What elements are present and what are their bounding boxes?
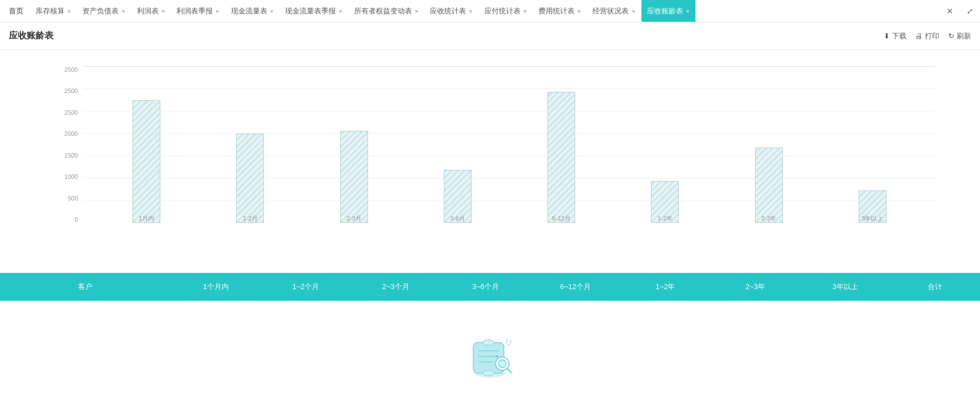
col-2-3year: 2~3年 [710, 282, 800, 292]
bar-1month [133, 100, 160, 223]
x-axis: 1月内 1-2月 2-3月 3-6月 6-12月 1-2年 2-3年 3年以上 [84, 214, 935, 223]
col-total: 合计 [890, 282, 980, 292]
close-operations-tab[interactable]: × [631, 8, 635, 14]
tab-expense-stat[interactable]: 费用统计表 × [533, 0, 587, 22]
tab-ar-aging[interactable]: 应收账龄表 × [641, 0, 695, 22]
close-ar-aging-tab[interactable]: × [686, 8, 689, 14]
empty-illustration [462, 331, 518, 382]
close-income-tab[interactable]: × [161, 8, 165, 14]
col-6-12month: 6~12个月 [531, 282, 620, 292]
col-2-3month: 2~3个月 [351, 282, 440, 292]
y-label-1000: 1000 [65, 174, 78, 180]
close-expense-stat-tab[interactable]: × [577, 8, 581, 14]
tab-inventory[interactable]: 库存核算 × [30, 0, 77, 22]
col-3-6month: 3~6个月 [440, 282, 530, 292]
table-body [0, 301, 980, 401]
tab-operations[interactable]: 经营状况表 × [587, 0, 641, 22]
y-axis: 0 500 1000 1500 2000 2500 2500 2500 [56, 67, 78, 223]
x-label-1-2month: 1-2月 [236, 214, 264, 223]
y-label-1500: 1500 [65, 153, 78, 159]
bar-1-2month [236, 134, 264, 223]
close-cashflow-quarterly-tab[interactable]: × [339, 8, 342, 14]
tab-cashflow-quarterly[interactable]: 现金流量表季报 × [280, 0, 348, 22]
y-label-2500c: 2500 [65, 67, 78, 73]
tab-equity[interactable]: 所有者权益变动表 × [349, 0, 424, 22]
maximize-button[interactable]: ⤢ [962, 3, 978, 19]
chart-area: 0 500 1000 1500 2000 2500 2500 2500 [0, 50, 980, 273]
y-label-2000: 2000 [65, 131, 78, 137]
bar-group-1-2month [236, 134, 264, 223]
close-ap-stat-tab[interactable]: × [523, 8, 527, 14]
bar-2-3month [340, 131, 368, 223]
window-controls: ✕ ⤢ [942, 3, 978, 19]
page-header: 应收账龄表 ⬇ 下载 🖨 打印 ↻ 刷新 [0, 22, 980, 50]
col-3plus-year: 3年以上 [800, 282, 890, 292]
print-button[interactable]: 🖨 打印 [915, 31, 939, 41]
tab-ar-stat[interactable]: 应收统计表 × [424, 0, 478, 22]
print-icon: 🖨 [915, 32, 923, 40]
x-label-3-6month: 3-6月 [444, 214, 472, 223]
close-ar-stat-tab[interactable]: × [469, 8, 472, 14]
tab-home[interactable]: 首页 [2, 6, 30, 16]
col-customer: 客户 [0, 282, 171, 292]
col-1month: 1个月内 [171, 282, 261, 292]
bar-2-3year [755, 148, 783, 223]
tab-income[interactable]: 利润表 × [131, 0, 171, 22]
bar-6-12month [547, 92, 575, 223]
bars-wrapper [84, 67, 935, 223]
y-label-2500a: 2500 [65, 110, 78, 116]
header-actions: ⬇ 下载 🖨 打印 ↻ 刷新 [884, 31, 971, 41]
close-cashflow-tab[interactable]: × [270, 8, 273, 14]
x-label-1month: 1月内 [133, 214, 160, 223]
tab-cashflow[interactable]: 现金流量表 × [226, 0, 280, 22]
chart-plot: 1月内 1-2月 2-3月 3-6月 6-12月 1-2年 2-3年 3年以上 [84, 67, 935, 223]
tab-balance-sheet[interactable]: 资产负债表 × [77, 0, 131, 22]
x-label-1-2year: 1-2年 [651, 214, 679, 223]
table-header: 客户 1个月内 1~2个月 2~3个月 3~6个月 6~12个月 1~2年 2~… [0, 273, 980, 301]
y-label-2500b: 2500 [65, 88, 78, 94]
close-balance-sheet-tab[interactable]: × [121, 8, 125, 14]
bar-group-2-3year [755, 148, 783, 223]
y-label-0: 0 [75, 217, 78, 223]
download-button[interactable]: ⬇ 下载 [884, 31, 906, 41]
bar-group-2-3month [340, 131, 368, 223]
chart-container: 0 500 1000 1500 2000 2500 2500 2500 [22, 61, 958, 251]
refresh-button[interactable]: ↻ 刷新 [948, 31, 971, 41]
x-label-2-3year: 2-3年 [755, 214, 783, 223]
svg-point-13 [496, 355, 498, 358]
x-label-6-12month: 6-12月 [547, 214, 575, 223]
download-icon: ⬇ [884, 32, 890, 40]
tab-income-quarterly[interactable]: 利润表季报 × [171, 0, 225, 22]
col-1-2year: 1~2年 [620, 282, 710, 292]
bar-group-6-12month [547, 92, 575, 223]
minimize-button[interactable]: ✕ [942, 3, 958, 19]
main-content: 0 500 1000 1500 2000 2500 2500 2500 [0, 50, 980, 401]
page-title: 应收账龄表 [9, 30, 53, 42]
x-label-2-3month: 2-3月 [340, 214, 368, 223]
x-label-3plus-year: 3年以上 [859, 214, 886, 223]
tab-ap-stat[interactable]: 应付统计表 × [479, 0, 533, 22]
close-income-quarterly-tab[interactable]: × [215, 8, 219, 14]
empty-icon [462, 331, 518, 382]
col-1-2month: 1~2个月 [261, 282, 350, 292]
tab-bar: 首页 库存核算 × 资产负债表 × 利润表 × 利润表季报 × 现金流量表 × … [0, 0, 980, 22]
svg-line-12 [507, 368, 511, 373]
y-label-500: 500 [68, 195, 78, 202]
refresh-icon: ↻ [948, 32, 954, 40]
close-inventory-tab[interactable]: × [67, 8, 71, 14]
bar-group-1month [133, 100, 160, 223]
svg-point-11 [498, 360, 506, 368]
close-equity-tab[interactable]: × [415, 8, 418, 14]
